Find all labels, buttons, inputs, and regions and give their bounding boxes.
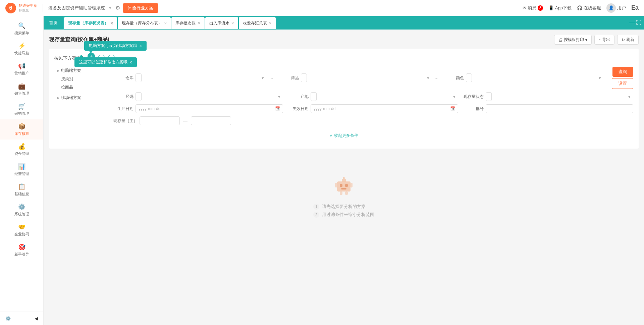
tab-inout[interactable]: 出入库流水 × — [205, 17, 238, 29]
empty-tips: 1 请先选择要分析的方案 2 用过滤条件来缩小分析范围 — [313, 204, 374, 218]
expire-date-field: 失效日期 yyyy-mm-dd 📅 — [288, 104, 458, 113]
user-btn[interactable]: 👤 用户 — [606, 3, 626, 13]
tab-summary-close[interactable]: × — [269, 20, 272, 26]
origin-select[interactable] — [311, 92, 317, 101]
query-panel: 按以下方案查询 + 电脑方案可设为移动方案哦 × — [49, 49, 639, 149]
top-bar-left: 6 畅通好生意 标准版 装备及固定资产辅助管理系统 ▾ ⚙ 体验行业方案 — [5, 3, 158, 13]
refresh-btn[interactable]: ↻ 刷新 — [617, 35, 639, 45]
sidebar-item-stock[interactable]: 📦 库存核算 — [0, 119, 43, 140]
gear-icon[interactable]: ⚙ — [115, 5, 120, 11]
guide-icon: 🎯 — [18, 243, 25, 251]
plan-goods-label: 按商品 — [61, 85, 73, 90]
stock-main-to[interactable] — [191, 116, 231, 125]
app-download-btn[interactable]: 📱 App下载 — [548, 5, 572, 11]
produce-date-cal-icon[interactable]: 📅 — [275, 106, 280, 111]
query-btn[interactable]: 查询 — [612, 67, 633, 77]
tab-stock-dist-close[interactable]: × — [164, 20, 167, 26]
tab-bar: 首页 现存量（库存状况表） × 现存量（库存分布表） × 库存批次账 × 出入库… — [44, 16, 644, 30]
sidebar-bottom-bar: ⚙️ ◀ — [0, 312, 43, 325]
mobile-group-label: 移动端方案 — [61, 95, 81, 101]
sidebar-item-search[interactable]: 🔍 搜索菜单 — [0, 19, 43, 39]
expire-date-input[interactable]: yyyy-mm-dd 📅 — [311, 104, 458, 113]
stock-main-dash: — — [183, 118, 187, 123]
tab-home[interactable]: 首页 — [44, 16, 63, 30]
export-btn[interactable]: ↑ 导出 — [594, 35, 614, 45]
print-btn[interactable]: 🖨 按模板打印 ▾ — [554, 35, 592, 45]
stock-status-select[interactable] — [486, 92, 492, 101]
svg-rect-6 — [335, 183, 337, 187]
tab-inout-close[interactable]: × — [231, 20, 234, 26]
sidebar-item-purchase-label: 采购管理 — [14, 111, 29, 116]
plan-item-goods[interactable]: 按商品 — [54, 84, 102, 91]
industry-btn[interactable]: 体验行业方案 — [123, 3, 158, 13]
stock-main-from[interactable] — [140, 116, 180, 125]
sidebar-item-system[interactable]: ⚙️ 系统管理 — [0, 200, 43, 220]
expire-date-cal-icon[interactable]: 📅 — [450, 106, 455, 111]
svg-rect-9 — [345, 192, 348, 195]
plan-item-category[interactable]: 按类别 — [54, 75, 102, 83]
sidebar-item-nav[interactable]: ⚡ 快捷导航 — [0, 39, 43, 59]
stock-main-field: 现存量（主） — — [113, 116, 248, 125]
top-bar: 6 畅通好生意 标准版 装备及固定资产辅助管理系统 ▾ ⚙ 体验行业方案 ✉ 消… — [0, 0, 644, 16]
tip-num-2: 2 — [313, 212, 319, 218]
sidebar-settings-icon[interactable]: ⚙️ — [5, 316, 11, 321]
logo-text: 畅通好生意 — [19, 3, 37, 8]
sidebar-item-system-label: 系统管理 — [14, 212, 29, 217]
sidebar-item-base[interactable]: 📋 基础信息 — [0, 180, 43, 200]
sidebar-item-operation[interactable]: 📊 经营管理 — [0, 160, 43, 180]
collapse-icon: ∧ — [329, 133, 333, 138]
produce-date-input[interactable]: yyyy-mm-dd 📅 — [136, 104, 283, 113]
sidebar-item-sales[interactable]: 💼 销售管理 — [0, 79, 43, 99]
form-row-1: 仓库 ··· 商品 — [113, 67, 633, 89]
mobile-group-header[interactable]: ▶ 移动端方案 — [54, 94, 102, 102]
message-btn[interactable]: ✉ 消息 8 — [523, 5, 543, 11]
sidebar-item-enterprise[interactable]: 🤝 企业协同 — [0, 220, 43, 240]
user-avatar: 👤 — [606, 3, 616, 13]
svg-point-5 — [343, 177, 345, 179]
message-icon: ✉ — [523, 5, 526, 10]
online-service-btn[interactable]: 🎧 在线客服 — [577, 5, 601, 11]
warehouse-dots[interactable]: ··· — [269, 75, 273, 80]
content-area: 首页 现存量（库存状况表） × 现存量（库存分布表） × 库存批次账 × 出入库… — [44, 16, 644, 325]
plans-section: 这里可以创建和修改方案哦 × ▶ 电脑端方案 — [54, 67, 633, 128]
collapse-bar[interactable]: ∧ 收起更多条件 — [54, 130, 633, 141]
desktop-group-header[interactable]: ▶ 电脑端方案 — [54, 67, 102, 74]
set-btn[interactable]: 设置 — [612, 78, 633, 89]
origin-field: 产地 — [288, 92, 458, 101]
produce-date-field: 生产日期 yyyy-mm-dd 📅 — [113, 104, 283, 113]
size-select[interactable] — [136, 92, 142, 101]
main-area: 🔍 搜索菜单 ⚡ 快捷导航 📢 营销推广 💼 销售管理 🛒 采购管理 — [0, 16, 644, 325]
empty-tip-2: 2 用过滤条件来缩小分析范围 — [313, 212, 374, 218]
tooltip1: 电脑方案可设为移动方案哦 × — [84, 41, 147, 51]
tab-summary[interactable]: 收发存汇总表 × — [239, 17, 276, 29]
batch-input[interactable] — [486, 104, 633, 113]
goods-select[interactable] — [301, 73, 307, 82]
refresh-icon: ↻ — [622, 38, 625, 42]
stock-status-field: 现存量状态 — [464, 92, 633, 101]
tooltip2-close[interactable]: × — [129, 60, 132, 65]
system-name: 装备及固定资产辅助管理系统 — [48, 5, 105, 11]
sidebar-item-nav-label: 快捷导航 — [14, 51, 29, 56]
tab-minimize-btn[interactable]: — — [629, 20, 635, 26]
tab-stock-status-label: 现存量（库存状况表） — [68, 20, 108, 26]
sidebar-item-marketing[interactable]: 📢 营销推广 — [0, 59, 43, 79]
tooltip1-close[interactable]: × — [139, 43, 142, 49]
finance-icon: 💰 — [18, 143, 25, 150]
system-dropdown-icon[interactable]: ▾ — [109, 5, 111, 10]
tab-batch-close[interactable]: × — [198, 20, 200, 26]
query-action-col: 查询 设置 — [609, 67, 633, 89]
sidebar-collapse-icon[interactable]: ◀ — [35, 316, 38, 321]
tab-stock-status-close[interactable]: × — [110, 20, 113, 26]
tab-expand-btn[interactable]: ⛶ — [636, 20, 641, 26]
expire-date-label: 失效日期 — [288, 106, 309, 112]
sidebar-item-guide[interactable]: 🎯 新手引导 — [0, 240, 43, 260]
tab-stock-dist[interactable]: 现存量（库存分布表） × — [118, 17, 171, 29]
tab-batch[interactable]: 库存批次账 × — [171, 17, 204, 29]
color-select[interactable] — [466, 73, 472, 82]
tab-stock-status[interactable]: 现存量（库存状况表） × — [64, 17, 117, 29]
svg-rect-3 — [341, 188, 346, 189]
warehouse-select[interactable] — [136, 73, 142, 82]
sidebar-item-finance[interactable]: 💰 资金管理 — [0, 140, 43, 160]
sidebar-item-purchase[interactable]: 🛒 采购管理 — [0, 99, 43, 119]
goods-dots[interactable]: ··· — [435, 75, 439, 80]
